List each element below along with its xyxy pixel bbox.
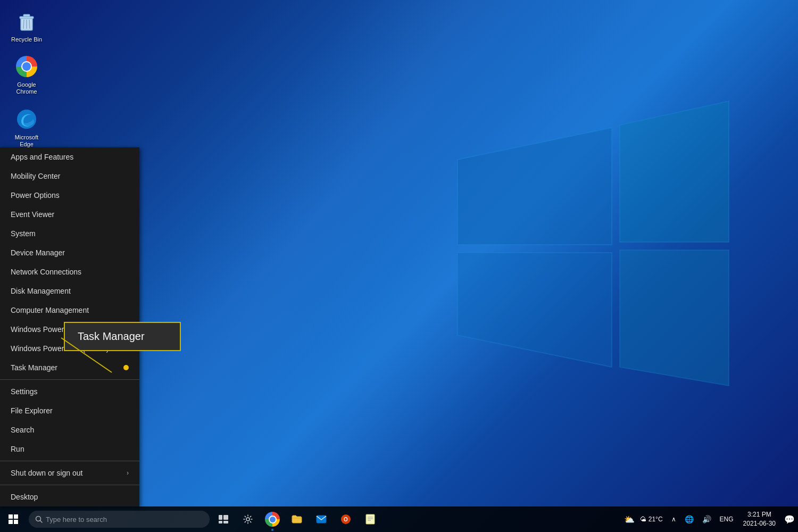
weather-temp: 🌤 21°C bbox=[640, 516, 662, 523]
menu-item-settings[interactable]: Settings bbox=[0, 382, 139, 401]
taskbar-office-button[interactable]: O bbox=[334, 506, 358, 532]
svg-marker-2 bbox=[458, 253, 612, 367]
task-manager-tooltip: Task Manager bbox=[64, 322, 181, 351]
menu-item-desktop[interactable]: Desktop bbox=[0, 487, 139, 506]
svg-rect-25 bbox=[317, 516, 326, 523]
task-manager-dot bbox=[123, 365, 129, 370]
svg-marker-5 bbox=[620, 250, 729, 386]
menu-item-network-connections[interactable]: Network Connections bbox=[0, 262, 139, 281]
desktop-icons-container: Recycle Bin Google Chrome Microsoft Edge bbox=[5, 5, 48, 151]
volume-tray[interactable]: 🔊 bbox=[698, 506, 716, 532]
svg-line-9 bbox=[23, 20, 24, 29]
taskbar-pinned-icons: O bbox=[212, 506, 382, 532]
menu-item-disk-management[interactable]: Disk Management bbox=[0, 281, 139, 301]
weather-tray[interactable]: ⛅ 🌤 21°C bbox=[620, 506, 667, 532]
svg-rect-15 bbox=[14, 514, 18, 519]
clock-display[interactable]: 3:21 PM 2021-06-30 bbox=[738, 506, 781, 532]
desktop: Recycle Bin Google Chrome Microsoft Edge… bbox=[0, 0, 798, 532]
menu-item-power-options[interactable]: Power Options bbox=[0, 186, 139, 205]
menu-divider-1 bbox=[0, 379, 139, 380]
menu-item-event-viewer[interactable]: Event Viewer bbox=[0, 205, 139, 224]
start-button[interactable] bbox=[0, 506, 27, 532]
windows-logo bbox=[426, 96, 734, 404]
menu-item-run[interactable]: Run bbox=[0, 439, 139, 459]
taskbar-search-bar[interactable]: Type here to search bbox=[29, 511, 210, 528]
menu-item-file-explorer[interactable]: File Explorer bbox=[0, 401, 139, 420]
menu-item-system[interactable]: System bbox=[0, 224, 139, 243]
recycle-bin-label: Recycle Bin bbox=[11, 36, 42, 43]
menu-item-apps-features[interactable]: Apps and Features bbox=[0, 147, 139, 167]
shut-down-arrow: › bbox=[127, 469, 129, 477]
edge-label: Microsoft Edge bbox=[9, 134, 45, 148]
weather-icon: ⛅ bbox=[624, 514, 635, 525]
clock-time: 3:21 PM bbox=[747, 510, 771, 519]
google-chrome-icon[interactable]: Google Chrome bbox=[5, 51, 48, 98]
svg-rect-22 bbox=[219, 521, 222, 523]
svg-rect-21 bbox=[223, 515, 228, 520]
microsoft-edge-icon[interactable]: Microsoft Edge bbox=[5, 103, 48, 151]
svg-rect-20 bbox=[219, 515, 222, 520]
menu-item-computer-management[interactable]: Computer Management bbox=[0, 301, 139, 320]
action-center-button[interactable]: 💬 bbox=[781, 506, 798, 532]
menu-item-device-manager[interactable]: Device Manager bbox=[0, 243, 139, 262]
svg-rect-14 bbox=[9, 514, 13, 519]
svg-rect-28 bbox=[366, 514, 375, 524]
volume-icon: 🔊 bbox=[702, 515, 711, 523]
menu-divider-2 bbox=[0, 461, 139, 461]
task-view-button[interactable] bbox=[212, 506, 235, 532]
taskbar-file-explorer-button[interactable] bbox=[285, 506, 309, 532]
menu-item-mobility-center[interactable]: Mobility Center bbox=[0, 167, 139, 186]
svg-rect-17 bbox=[14, 520, 18, 524]
network-icon: 🌐 bbox=[685, 515, 694, 523]
system-tray-area: ⛅ 🌤 21°C ∧ 🌐 🔊 ENG 3:21 PM 2021 bbox=[620, 506, 798, 532]
taskbar-mail-button[interactable] bbox=[310, 506, 333, 532]
tray-overflow-button[interactable]: ∧ bbox=[667, 506, 680, 532]
svg-point-24 bbox=[246, 518, 250, 521]
menu-item-shut-down[interactable]: Shut down or sign out › bbox=[0, 463, 139, 483]
chrome-image bbox=[14, 54, 39, 79]
search-placeholder: Type here to search bbox=[46, 516, 107, 523]
svg-line-19 bbox=[40, 521, 43, 523]
taskbar-notes-button[interactable] bbox=[359, 506, 382, 532]
edge-image bbox=[14, 106, 39, 132]
svg-rect-23 bbox=[223, 521, 228, 523]
svg-marker-0 bbox=[458, 128, 612, 245]
menu-item-search[interactable]: Search bbox=[0, 420, 139, 439]
svg-rect-8 bbox=[23, 14, 30, 16]
notification-icon: 💬 bbox=[784, 514, 795, 525]
taskbar-settings-button[interactable] bbox=[236, 506, 260, 532]
svg-rect-16 bbox=[9, 520, 13, 524]
network-tray[interactable]: 🌐 bbox=[680, 506, 698, 532]
recycle-bin-icon[interactable]: Recycle Bin bbox=[5, 5, 48, 46]
svg-line-11 bbox=[29, 20, 30, 29]
menu-divider-3 bbox=[0, 485, 139, 485]
svg-text:O: O bbox=[344, 517, 348, 522]
caret-icon: ∧ bbox=[671, 516, 676, 523]
menu-item-task-manager[interactable]: Task Manager bbox=[0, 358, 139, 377]
taskbar-chrome-button[interactable] bbox=[261, 506, 284, 532]
svg-rect-7 bbox=[20, 16, 34, 19]
language-tray[interactable]: ENG bbox=[716, 506, 738, 532]
clock-date: 2021-06-30 bbox=[743, 519, 776, 528]
svg-marker-4 bbox=[620, 101, 729, 242]
taskbar: Type here to search bbox=[0, 506, 798, 532]
chrome-label: Google Chrome bbox=[9, 81, 45, 95]
language-label: ENG bbox=[720, 516, 734, 523]
recycle-bin-image bbox=[14, 9, 39, 34]
